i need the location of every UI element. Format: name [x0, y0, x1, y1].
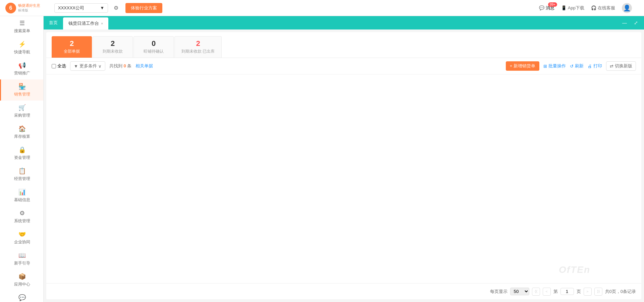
page-label: 第: [553, 289, 558, 295]
page-number-input[interactable]: [560, 288, 574, 295]
pagination: 每页显示 50 20 100 ⟨⟨ ＜ 第 页 ＞ ⟩⟩ 共0页，0条记录: [46, 283, 641, 299]
found-text: 共找到 0 条: [109, 63, 131, 69]
stat-tab-overdue-unpaid[interactable]: 2 到期未收款: [93, 36, 133, 58]
sidebar-item-app-center[interactable]: 📦 应用中心: [0, 269, 43, 291]
filter-button[interactable]: ▼ 更多条件 ∨: [70, 61, 105, 71]
sidebar-label-basic-info: 基础信息: [14, 197, 30, 203]
per-page-select[interactable]: 50 20 100: [510, 288, 529, 295]
next-page-button[interactable]: ＞: [584, 288, 592, 296]
app-download-icon: 📱: [561, 5, 567, 10]
stat-overdue-unpaid-num: 2: [100, 39, 126, 48]
filter-arrow-icon: ∨: [98, 64, 102, 69]
stat-overdue-unpaid-label: 到期未收款: [100, 49, 126, 54]
user-avatar[interactable]: 👤: [622, 3, 632, 13]
batch-ops-icon: ⊞: [543, 64, 547, 69]
sidebar-label-operations: 经营管理: [14, 176, 30, 182]
batch-ops-button[interactable]: ⊞ 批量操作: [543, 63, 566, 69]
finance-icon: 🔒: [18, 146, 26, 154]
stats-tabs: 2 全部单据 2 到期未收款 0 旺铺待确认 2 到期未收款 已出库: [46, 32, 641, 58]
switch-version-button[interactable]: ⇄ 切换新版: [606, 61, 636, 71]
top-header: 6 畅捷通好生意 标准版 XXXXXX公司 ▼ ⚙ 体验行业方案 💬 消息 99…: [0, 0, 644, 16]
stat-wangpu-num: 0: [141, 39, 167, 48]
stat-all-label: 全部单据: [59, 49, 85, 54]
app-logo-icon: 6: [5, 3, 16, 13]
related-link[interactable]: 相关单据: [136, 63, 153, 69]
stat-overdue-shipped-label: 到期未收款 已出库: [181, 49, 215, 54]
logo-area: 6 畅捷通好生意 标准版: [5, 3, 49, 13]
switch-icon: ⇄: [610, 64, 613, 69]
filter-label: 更多条件: [79, 63, 97, 69]
sidebar-label-marketing: 营销推广: [14, 70, 30, 76]
message-button[interactable]: 💬 消息 99+: [539, 5, 554, 11]
app-badge: 标准版: [18, 8, 40, 13]
active-tab-label: 钱货日清工作台: [68, 20, 99, 26]
tab-active[interactable]: 钱货日清工作台 ×: [63, 17, 108, 29]
headset-icon: 🎧: [591, 5, 596, 10]
online-service-button[interactable]: 🎧 在线客服: [591, 5, 615, 11]
tab-bar-actions: — ⤢: [620, 18, 644, 27]
stat-tab-wangpu[interactable]: 0 旺铺待确认: [133, 36, 174, 58]
search-menu-icon: ☰: [19, 19, 25, 27]
sidebar-item-quick-nav[interactable]: ⚡ 快捷导航: [0, 37, 43, 58]
sidebar-label-guide: 新手引导: [14, 260, 30, 266]
sidebar-item-purchase[interactable]: 🛒 采购管理: [0, 101, 43, 122]
main-layout: ☰ 搜索菜单 ⚡ 快捷导航 📢 营销推广 🏪 销售管理 🛒 采购管理 🏠 库存核…: [0, 16, 644, 302]
sidebar-item-search[interactable]: ☰ 搜索菜单: [0, 16, 43, 37]
home-tab-label: 首页: [49, 20, 58, 26]
sidebar-item-enterprise-wechat[interactable]: 💬 企业微信: [0, 291, 43, 302]
sidebar-item-operations[interactable]: 📋 经营管理: [0, 164, 43, 185]
select-all-input[interactable]: [52, 64, 56, 68]
sidebar-label-quick-nav: 快捷导航: [14, 49, 30, 55]
add-sale-button[interactable]: + 新增销货单: [506, 61, 539, 71]
page-unit: 页: [577, 289, 581, 295]
table-area: [46, 74, 641, 283]
sidebar-item-cooperation[interactable]: 🤝 企业协同: [0, 227, 43, 248]
stat-all-num: 2: [59, 39, 85, 48]
prev-page-button[interactable]: ＜: [543, 288, 551, 296]
tab-minimize-button[interactable]: —: [620, 18, 629, 27]
company-selector[interactable]: XXXXXX公司 ▼: [54, 3, 108, 13]
sidebar-label-sales: 销售管理: [14, 92, 30, 97]
sidebar-item-guide[interactable]: 📖 新手引导: [0, 248, 43, 269]
inventory-icon: 🏠: [18, 125, 26, 132]
stat-tab-overdue-shipped[interactable]: 2 到期未收款 已出库: [174, 36, 222, 58]
sidebar-item-system[interactable]: ⚙ 系统管理: [0, 206, 43, 227]
last-page-button[interactable]: ⟩⟩: [594, 288, 602, 296]
filter-icon: ▼: [74, 64, 78, 69]
avatar-icon: 👤: [623, 4, 631, 12]
sidebar-item-finance[interactable]: 🔒 资金管理: [0, 143, 43, 164]
toolbar-right: + 新增销货单 ⊞ 批量操作 ↺ 刷新 🖨 打印 ⇄: [506, 61, 636, 71]
print-button[interactable]: 🖨 打印: [588, 63, 602, 69]
app-center-icon: 📦: [18, 273, 26, 280]
tab-maximize-button[interactable]: ⤢: [631, 18, 641, 27]
sidebar-item-marketing[interactable]: 📢 营销推广: [0, 58, 43, 79]
select-all-checkbox[interactable]: 全选: [52, 63, 66, 69]
sidebar-item-sales[interactable]: 🏪 销售管理: [0, 79, 43, 101]
per-page-label: 每页显示: [490, 289, 507, 295]
app-name: 畅捷通好生意: [18, 3, 40, 8]
first-page-button[interactable]: ⟨⟨: [532, 288, 540, 296]
sidebar-item-inventory[interactable]: 🏠 库存核算: [0, 122, 43, 143]
sidebar-item-basic-info[interactable]: 📊 基础信息: [0, 185, 43, 206]
stat-tab-all[interactable]: 2 全部单据: [52, 36, 92, 58]
toolbar: 全选 ▼ 更多条件 ∨ 共找到 0 条 相关单据 + 新增销货单 ⊞: [46, 58, 641, 74]
page-content: 2 全部单据 2 到期未收款 0 旺铺待确认 2 到期未收款 已出库: [46, 32, 641, 299]
total-info: 共0页，0条记录: [605, 289, 636, 295]
refresh-button[interactable]: ↺ 刷新: [570, 63, 584, 69]
sidebar: ☰ 搜索菜单 ⚡ 快捷导航 📢 营销推广 🏪 销售管理 🛒 采购管理 🏠 库存核…: [0, 16, 44, 302]
settings-button[interactable]: ⚙: [111, 3, 121, 13]
select-all-label: 全选: [57, 63, 66, 69]
tab-bar: 首页 钱货日清工作台 × — ⤢: [44, 16, 644, 29]
refresh-icon: ↺: [570, 64, 574, 69]
tab-close-button[interactable]: ×: [101, 21, 103, 25]
basic-info-icon: 📊: [18, 188, 26, 196]
stat-wangpu-label: 旺铺待确认: [141, 49, 167, 54]
content-area: 首页 钱货日清工作台 × — ⤢ 2 全部单据 2 到期未收款: [44, 16, 644, 302]
guide-icon: 📖: [18, 252, 26, 259]
tab-home[interactable]: 首页: [44, 16, 63, 29]
quick-nav-icon: ⚡: [18, 41, 26, 48]
sidebar-label-cooperation: 企业协同: [14, 239, 30, 245]
sidebar-label-system: 系统管理: [14, 218, 30, 224]
app-download-button[interactable]: 📱 App下载: [561, 5, 584, 11]
trial-button[interactable]: 体验行业方案: [125, 3, 162, 13]
